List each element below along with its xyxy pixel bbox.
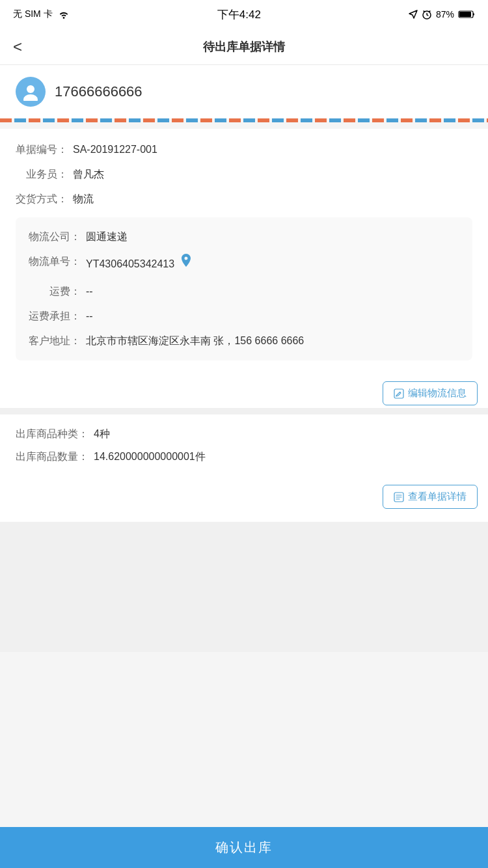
back-button[interactable]: <	[13, 38, 22, 56]
status-left: 无 SIM 卡	[13, 8, 70, 20]
svg-point-4	[23, 94, 38, 101]
salesman-row: 业务员： 曾凡杰	[16, 167, 472, 182]
status-right: 87%	[409, 9, 475, 20]
logistics-card: 物流公司： 圆通速递 物流单号： YT43064053424​13 运费： --…	[16, 217, 472, 360]
product-kind-row: 出库商品种类： 4种	[16, 427, 472, 441]
product-kind-value: 4种	[94, 427, 110, 441]
freight-label: 运费：	[29, 284, 81, 299]
section-divider-2	[0, 522, 488, 652]
delivery-row: 交货方式： 物流	[16, 191, 472, 207]
salesman-label: 业务员：	[16, 167, 68, 182]
user-section: 17666666666	[0, 65, 488, 118]
view-detail-label: 查看单据详情	[408, 491, 467, 503]
confirm-btn-wrapper: 确认出库	[0, 827, 488, 868]
view-detail-button[interactable]: 查看单据详情	[383, 485, 478, 509]
order-info-section: 单据编号： SA-20191227-001 业务员： 曾凡杰 交货方式： 物流 …	[0, 129, 488, 373]
alarm-icon	[422, 9, 432, 20]
nav-bar: < 待出库单据详情	[0, 29, 488, 65]
list-icon	[394, 492, 404, 502]
salesman-value: 曾凡杰	[73, 167, 472, 182]
battery-level: 87%	[436, 9, 454, 20]
delivery-label: 交货方式：	[16, 191, 68, 207]
svg-rect-5	[394, 389, 403, 398]
delivery-value: 物流	[73, 191, 472, 207]
order-number-value: SA-20191227-001	[73, 142, 472, 157]
order-number-row: 单据编号： SA-20191227-001	[16, 142, 472, 157]
confirm-button[interactable]: 确认出库	[215, 839, 273, 856]
freight-bearer-row: 运费承担： --	[29, 308, 459, 324]
product-quantity-label: 出库商品数量：	[16, 450, 88, 464]
edit-btn-row: 编辑物流信息	[0, 373, 488, 408]
edit-logistics-button[interactable]: 编辑物流信息	[383, 381, 478, 405]
battery-icon	[458, 10, 475, 19]
wifi-icon	[58, 10, 70, 19]
logistics-tracking-row: 物流单号： YT43064053424​13	[29, 254, 459, 275]
user-avatar	[16, 77, 46, 107]
product-quantity-value: 14.620000000000001件	[94, 450, 206, 464]
logistics-company-label: 物流公司：	[29, 229, 81, 245]
edit-logistics-label: 编辑物流信息	[408, 387, 467, 400]
logistics-tracking-label: 物流单号：	[29, 254, 81, 269]
product-section: 出库商品种类： 4种 出库商品数量： 14.620000000000001件	[0, 414, 488, 477]
logistics-tracking-value: YT43064053424​13	[86, 254, 459, 275]
user-phone: 17666666666	[55, 83, 142, 100]
logistics-company-value: 圆通速递	[86, 229, 459, 245]
page-title: 待出库单据详情	[203, 39, 285, 55]
product-quantity-row: 出库商品数量： 14.620000000000001件	[16, 450, 472, 464]
svg-point-3	[27, 85, 34, 93]
sim-status: 无 SIM 卡	[13, 8, 53, 20]
tracking-location-icon[interactable]	[180, 254, 193, 275]
address-row: 客户地址： 北京市市辖区海淀区永丰南 张，156 6666 6666	[29, 333, 459, 349]
address-label: 客户地址：	[29, 333, 81, 349]
logistics-company-row: 物流公司： 圆通速递	[29, 229, 459, 245]
location-arrow-icon	[409, 10, 418, 19]
svg-rect-2	[459, 12, 471, 17]
dashed-divider	[0, 118, 488, 122]
status-time: 下午4:42	[217, 7, 261, 22]
freight-bearer-label: 运费承担：	[29, 308, 81, 324]
freight-row: 运费： --	[29, 284, 459, 299]
freight-bearer-value: --	[86, 308, 459, 324]
section-divider-1	[0, 408, 488, 414]
edit-pencil-icon	[394, 388, 404, 399]
view-btn-row: 查看单据详情	[0, 477, 488, 522]
order-number-label: 单据编号：	[16, 142, 68, 157]
freight-value: --	[86, 284, 459, 299]
address-value: 北京市市辖区海淀区永丰南 张，156 6666 6666	[86, 333, 459, 349]
status-bar: 无 SIM 卡 下午4:42 87%	[0, 0, 488, 29]
product-kind-label: 出库商品种类：	[16, 427, 88, 441]
